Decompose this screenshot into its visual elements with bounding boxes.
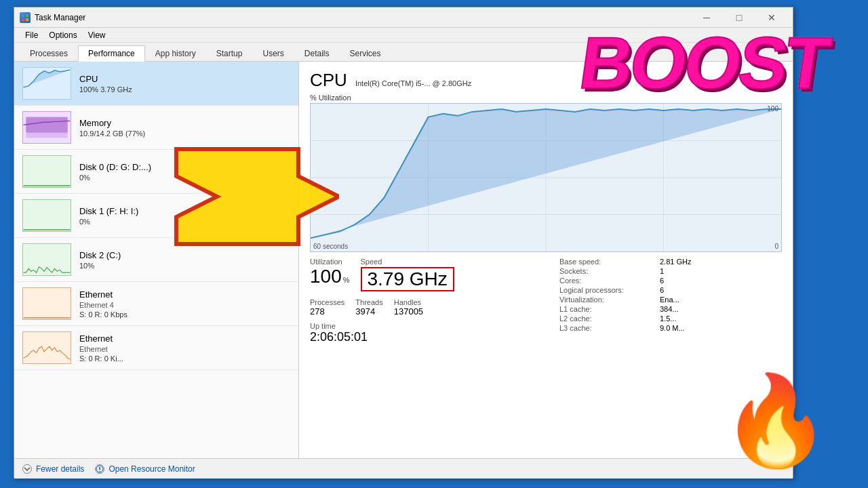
svg-rect-2 bbox=[22, 18, 24, 21]
processes-label: Processes bbox=[310, 298, 344, 306]
mem-info: Memory 10.9/14.2 GB (77%) bbox=[79, 118, 290, 138]
app-icon bbox=[20, 12, 31, 23]
chart-time-label: 60 seconds bbox=[313, 243, 348, 250]
cpu-subtitle: Intel(R) Core(TM) i5-... @ 2.80GHz bbox=[355, 79, 471, 87]
list-item-disk2[interactable]: Disk 2 (C:) 10% bbox=[14, 238, 298, 282]
uptime-stat: Up time 2:06:05:01 bbox=[310, 322, 532, 344]
tab-performance[interactable]: Performance bbox=[78, 45, 145, 62]
left-list[interactable]: CPU 100% 3.79 GHz Memory bbox=[14, 62, 298, 458]
tabbar: Processes Performance App history Startu… bbox=[14, 43, 793, 62]
eth4-subname: Ethernet 4 bbox=[79, 301, 290, 309]
list-item-eth[interactable]: Ethernet Ethernet S: 0 R: 0 Ki... bbox=[14, 326, 298, 370]
close-button[interactable]: ✕ bbox=[756, 8, 787, 27]
disk2-stat: 10% bbox=[79, 262, 290, 270]
cores-label: Cores: bbox=[559, 277, 654, 285]
tab-services[interactable]: Services bbox=[340, 45, 391, 61]
menu-file[interactable]: File bbox=[20, 29, 43, 41]
titlebar-left: Task Manager bbox=[20, 12, 85, 23]
minimize-button[interactable]: ─ bbox=[691, 8, 722, 27]
maximize-button[interactable]: □ bbox=[724, 8, 755, 27]
svg-rect-3 bbox=[26, 18, 28, 21]
left-stats: Utilization 100 % Speed 3.79 GHz bbox=[310, 258, 532, 344]
right-info: Utilization 100 % Speed 3.79 GHz bbox=[310, 258, 782, 344]
eth4-stat: S: 0 R: 0 Kbps bbox=[79, 310, 290, 319]
threads-label: Threads bbox=[355, 298, 382, 306]
cpu-info: CPU 100% 3.79 GHz bbox=[79, 74, 290, 94]
threads-value: 3974 bbox=[355, 306, 382, 317]
utilization-stat: Utilization 100 % bbox=[310, 258, 350, 291]
sockets-value: 1 bbox=[660, 267, 782, 275]
tab-users[interactable]: Users bbox=[252, 45, 294, 61]
disk0-info: Disk 0 (D: G: D:...) 0% bbox=[79, 162, 290, 182]
tab-processes[interactable]: Processes bbox=[20, 45, 78, 61]
uptime-value: 2:06:05:01 bbox=[310, 330, 532, 344]
virtualization-value: Ena... bbox=[660, 296, 782, 304]
list-item-disk1[interactable]: Disk 1 (F: H: I:) 0% bbox=[14, 194, 298, 238]
fewer-details-button[interactable]: Fewer details bbox=[22, 464, 84, 474]
eth-name: Ethernet bbox=[79, 333, 290, 344]
threads-stat: Threads 3974 bbox=[355, 298, 382, 317]
utilization-unit: % bbox=[343, 276, 350, 284]
menu-view[interactable]: View bbox=[83, 29, 111, 41]
menu-options[interactable]: Options bbox=[43, 29, 82, 41]
utilization-label: % Utilization bbox=[310, 94, 782, 102]
list-item-memory[interactable]: Memory 10.9/14.2 GB (77%) bbox=[14, 106, 298, 150]
window-title: Task Manager bbox=[35, 13, 85, 22]
utilization-stat-value: 100 bbox=[310, 267, 342, 286]
info-table: Base speed: 2.81 GHz Sockets: 1 Cores: 6… bbox=[559, 258, 782, 332]
processes-value: 278 bbox=[310, 306, 344, 317]
cpu-stat: 100% 3.79 GHz bbox=[79, 85, 290, 94]
tab-startup[interactable]: Startup bbox=[206, 45, 253, 61]
cpu-name: CPU bbox=[79, 74, 290, 84]
list-item-cpu[interactable]: CPU 100% 3.79 GHz bbox=[14, 62, 298, 106]
cpu-header: CPU Intel(R) Core(TM) i5-... @ 2.80GHz bbox=[310, 70, 782, 91]
main-content: CPU 100% 3.79 GHz Memory bbox=[14, 62, 793, 458]
eth4-mini-graph bbox=[22, 287, 71, 320]
mem-stat: 10.9/14.2 GB (77%) bbox=[79, 129, 290, 138]
logical-value: 6 bbox=[660, 286, 782, 294]
handles-value: 137005 bbox=[394, 306, 423, 317]
list-item-disk0[interactable]: Disk 0 (D: G: D:...) 0% bbox=[14, 150, 298, 194]
l1-label: L1 cache: bbox=[559, 305, 654, 313]
speed-stat-label: Speed bbox=[361, 258, 454, 266]
disk0-mini-graph bbox=[22, 155, 71, 188]
handles-label: Handles bbox=[394, 298, 423, 306]
tab-app-history[interactable]: App history bbox=[145, 45, 206, 61]
disk1-info: Disk 1 (F: H: I:) 0% bbox=[79, 206, 290, 226]
resource-monitor-label: Open Resource Monitor bbox=[108, 464, 195, 474]
cpu-title: CPU bbox=[310, 70, 347, 91]
l2-label: L2 cache: bbox=[559, 314, 654, 323]
disk1-mini-graph bbox=[22, 199, 71, 232]
left-panel: CPU 100% 3.79 GHz Memory bbox=[14, 62, 299, 458]
uptime-label: Up time bbox=[310, 322, 532, 330]
speed-stat: Speed 3.79 GHz bbox=[361, 258, 454, 291]
fewer-details-icon bbox=[22, 464, 32, 474]
disk2-name: Disk 2 (C:) bbox=[79, 250, 290, 260]
l2-value: 1.5... bbox=[660, 314, 782, 323]
disk1-stat: 0% bbox=[79, 218, 290, 226]
statusbar: Fewer details Open Resource Monitor bbox=[14, 458, 793, 479]
processes-stat: Processes 278 bbox=[310, 298, 344, 317]
speed-stat-value: 3.79 GHz bbox=[368, 268, 448, 289]
eth-subname: Ethernet bbox=[79, 345, 290, 353]
virtualization-label: Virtualization: bbox=[559, 296, 654, 304]
handles-stat: Handles 137005 bbox=[394, 298, 423, 317]
disk1-name: Disk 1 (F: H: I:) bbox=[79, 206, 290, 216]
svg-rect-1 bbox=[26, 14, 28, 17]
eth4-name: Ethernet bbox=[79, 289, 290, 300]
disk2-info: Disk 2 (C:) 10% bbox=[79, 250, 290, 270]
menubar: File Options View bbox=[14, 28, 793, 43]
logical-label: Logical processors: bbox=[559, 286, 654, 294]
chart-min-label: 0 bbox=[774, 243, 778, 250]
open-resource-monitor-button[interactable]: Open Resource Monitor bbox=[95, 464, 195, 474]
list-item-eth4[interactable]: Ethernet Ethernet 4 S: 0 R: 0 Kbps bbox=[14, 282, 298, 326]
titlebar: Task Manager ─ □ ✕ bbox=[14, 7, 793, 28]
chart-max-label: 100 bbox=[767, 105, 778, 113]
sockets-label: Sockets: bbox=[559, 267, 654, 275]
fewer-details-label: Fewer details bbox=[36, 464, 84, 474]
svg-rect-0 bbox=[22, 14, 24, 17]
eth4-info: Ethernet Ethernet 4 S: 0 R: 0 Kbps bbox=[79, 289, 290, 319]
performance-chart: 100 0 60 seconds bbox=[310, 103, 782, 252]
mem-mini-graph bbox=[22, 111, 71, 144]
tab-details[interactable]: Details bbox=[294, 45, 340, 61]
